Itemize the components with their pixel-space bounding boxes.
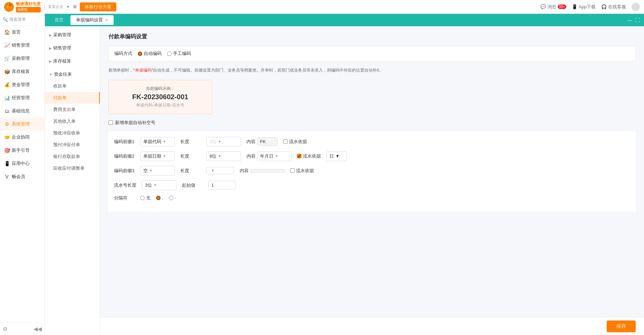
code-preview-label: 当前编码示例：: [117, 86, 203, 92]
sub-menu-item-payment[interactable]: 付款单: [45, 92, 100, 104]
logo-icon: 🍊: [4, 2, 14, 12]
message-item[interactable]: 💬 消息 99+: [540, 4, 566, 10]
app-icon: 📱: [572, 4, 577, 9]
sub-menu-item-adjustment[interactable]: 应收应付调整单: [45, 162, 100, 174]
purchase-icon: 🛒: [4, 56, 10, 61]
auto-fill-label: 新增单据自动补空号: [115, 120, 155, 126]
serial-length-arrow: ▼: [153, 183, 157, 187]
radio-manual[interactable]: 手工编码: [167, 50, 191, 57]
apps-icon: 📱: [4, 161, 10, 166]
user-avatar[interactable]: [632, 3, 640, 11]
prefix1-content-value: FK: [257, 137, 278, 146]
prefix2-select[interactable]: 单据日期 ▼: [140, 151, 175, 161]
basic-icon: 🗂: [4, 108, 10, 114]
tab-encode-settings[interactable]: 单据编码设置 ✕: [70, 15, 114, 25]
maximize-icon[interactable]: ⛶: [635, 17, 640, 23]
sub-menu-item-expense[interactable]: 费用支出单: [45, 104, 100, 115]
settings-footer-icon[interactable]: ⚙: [3, 326, 8, 332]
sidebar-item-enterprise[interactable]: 🤝 企业协同: [0, 131, 45, 144]
sub-menu-item-bank[interactable]: 银行存取款单: [45, 151, 100, 162]
tab-close-encode[interactable]: ✕: [105, 18, 108, 22]
prefix3-select[interactable]: 空 ▼: [140, 166, 175, 176]
prefix2-checkbox[interactable]: 流水依据: [297, 153, 321, 159]
app-download-item[interactable]: 📱 App下载: [572, 4, 596, 10]
sub-sidebar: ▶ 采购管理 ▶ 销售管理 ▶ 库存核算: [45, 26, 100, 335]
prefix3-content-value: [250, 169, 285, 173]
sub-menu-purchase: ▶ 采购管理: [45, 29, 100, 41]
sidebar-item-member[interactable]: V 畅会员: [0, 170, 45, 183]
collapse-icon[interactable]: ◀◀: [33, 326, 42, 332]
prefix1-select[interactable]: 单据代码 ▼: [140, 137, 175, 147]
prefix2-select-arrow: ▼: [163, 154, 166, 158]
sidebar-item-basic[interactable]: 🗂 基础信息: [0, 104, 45, 118]
prefix2-content-arrow: ▼: [275, 154, 278, 158]
sidebar-item-guide[interactable]: 🎯 新手引导: [0, 144, 45, 157]
sub-menu-item-other-income[interactable]: 其他收入单: [45, 115, 100, 127]
encode-method-radio-group: 自动编码 手工编码: [138, 50, 191, 57]
prefix2-content-select[interactable]: 年月日 ▼: [257, 151, 291, 161]
nav-divider: |: [44, 3, 45, 10]
nav-dropdown[interactable]: ▼: [66, 4, 70, 9]
prefix2-label: 编码前缀2: [114, 153, 135, 159]
save-button[interactable]: 保存: [607, 320, 636, 332]
prefix1-length-select[interactable]: 2位 ▼: [206, 137, 241, 147]
prefix3-checkbox[interactable]: 流水依据: [290, 168, 314, 174]
prefix2-date-unit-select[interactable]: 日 ▼: [326, 151, 347, 161]
prefix3-length-label: 长度: [180, 168, 201, 174]
prefix1-checkbox[interactable]: 流水依据: [283, 139, 307, 145]
nav-tenant: 某某企业: [48, 4, 63, 9]
topbar-left: 🍊 畅捷通好生意 插图版 | 某某企业 ▼ ⚙ 体验行业方案: [4, 1, 116, 12]
inventory-icon: 📦: [4, 69, 10, 74]
sidebar-footer: ⚙ ◀◀: [0, 323, 45, 335]
logo-badge: 插图版: [16, 7, 41, 12]
prefix3-length-arrow: ▼: [211, 169, 214, 173]
sub-menu-capital: ▼ 资金往来 收款单 付款单 费用支出单 其他收入单 预收冲应收单 预付冲应付单…: [45, 68, 100, 174]
serial-length-select[interactable]: 3位 ▼: [142, 180, 176, 190]
sub-menu-header-inventory[interactable]: ▶ 库存核算: [45, 55, 100, 67]
enterprise-icon: 🤝: [4, 134, 10, 140]
sidebar-item-system[interactable]: ⚙ 系统管理: [0, 118, 45, 131]
sidebar-item-operations[interactable]: 📊 经营管理: [0, 91, 45, 104]
separator-none[interactable]: 无: [140, 195, 151, 201]
main-right: 付款单编码设置 编码方式 自动编码 手工编码: [100, 26, 644, 335]
sidebar-item-purchase[interactable]: 🛒 采购管理: [0, 52, 45, 65]
trial-button[interactable]: 体验行业方案: [80, 2, 116, 11]
tab-window-controls: — ⛶: [627, 17, 640, 23]
sidebar-item-home[interactable]: 🏠 首页: [0, 26, 45, 39]
code-preview-box: 当前编码示例： FK-20230602-001 单据代码-单据日期-流水号: [108, 80, 212, 114]
sidebar-search[interactable]: 🔍 搜索菜单: [0, 14, 45, 26]
minimize-icon[interactable]: —: [627, 17, 632, 23]
prefix2-date-unit-arrow: ▼: [335, 153, 340, 159]
sub-menu-item-prepay-pay[interactable]: 预付冲应付单: [45, 139, 100, 151]
start-value-input[interactable]: [208, 181, 236, 189]
tab-home[interactable]: 首页: [49, 15, 69, 25]
sidebar-item-apps[interactable]: 📱 应用中心: [0, 157, 45, 170]
sub-menu-header-capital[interactable]: ▼ 资金往来: [45, 68, 100, 80]
operations-icon: 📊: [4, 95, 10, 101]
code-preview-sub: 单据代码-单据日期-流水号: [117, 102, 203, 108]
sub-menu-item-prepay-recv[interactable]: 预收冲应收单: [45, 127, 100, 139]
prefix2-length-select[interactable]: 8位 ▼: [206, 151, 241, 161]
prefix1-label: 编码前缀1: [114, 139, 135, 145]
settings-row-prefix2: 编码前缀2 单据日期 ▼ 长度 8位 ▼ 内容: [114, 151, 630, 161]
separator-dash[interactable]: ·: [169, 195, 176, 201]
sidebar: 🔍 搜索菜单 🏠 首页 📈 销售管理 🛒 采购管理 📦 库存核算 💰 资金管理 …: [0, 14, 45, 335]
sub-menu-header-purchase[interactable]: ▶ 采购管理: [45, 29, 100, 41]
auto-fill-checkbox[interactable]: [108, 120, 113, 125]
sidebar-item-inventory[interactable]: 📦 库存核算: [0, 65, 45, 78]
logo-text: 畅捷通好生意 插图版: [16, 1, 41, 12]
sub-menu-item-receipt[interactable]: 收款单: [45, 80, 100, 92]
sub-menu-header-sales[interactable]: ▶ 销售管理: [45, 42, 100, 54]
topbar: 🍊 畅捷通好生意 插图版 | 某某企业 ▼ ⚙ 体验行业方案 💬 消息 99+ …: [0, 0, 644, 14]
sidebar-item-finance[interactable]: 💰 资金管理: [0, 78, 45, 91]
radio-auto[interactable]: 自动编码: [138, 50, 162, 57]
online-service-item[interactable]: 🎧 在线客服: [601, 4, 626, 10]
logo: 🍊 畅捷通好生意 插图版: [4, 1, 41, 12]
settings-row-prefix1: 编码前缀1 单据代码 ▼ 长度 2位 ▼ 内容: [114, 137, 630, 147]
separator-dot[interactable]: .: [156, 195, 163, 201]
member-icon: V: [4, 174, 10, 179]
sidebar-item-sales[interactable]: 📈 销售管理: [0, 39, 45, 52]
prefix3-length-select[interactable]: ▼: [206, 167, 234, 174]
settings-icon[interactable]: ⚙: [73, 4, 77, 9]
prefix1-content: 内容 FK: [247, 137, 278, 146]
